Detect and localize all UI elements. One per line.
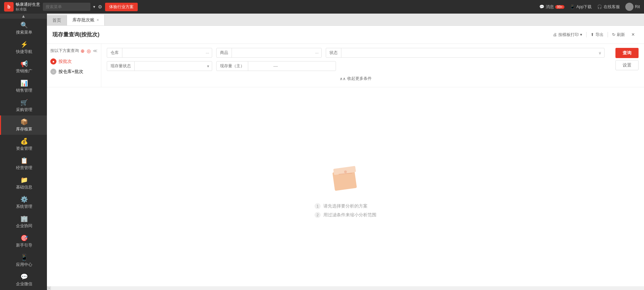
filter-row-2: 现存量状态 ▾ 现存量（主） —: [107, 61, 605, 71]
topbar-actions: 💬 消息 99+ 📱 App下载 🎧 在线客服 Rit: [539, 3, 640, 11]
stock-amount-from[interactable]: [248, 62, 272, 70]
sidebar-item-inventory[interactable]: 📦 库存核算: [0, 115, 47, 135]
scheme-icon-batch: ●: [50, 58, 56, 65]
quick-nav-icon: ⚡: [20, 41, 28, 48]
header-actions: 🖨 按模板打印 ▾ ⬆ 导出 ↻ 刷新: [553, 32, 625, 38]
sidebar-item-marketing[interactable]: 📢 营销推广: [0, 57, 47, 77]
sidebar-item-search[interactable]: 🔍 搜索菜单: [0, 19, 47, 38]
sidebar-label-operations: 经营管理: [16, 165, 32, 171]
empty-svg: [325, 156, 366, 196]
filter-area: 按以下方案查询 ⊕ ◎ ≪ ● 按批次 ○: [47, 44, 644, 87]
hint-item-2: 2 用过滤条件来缩小分析范围: [315, 212, 376, 218]
search-dropdown-icon[interactable]: ▾: [93, 4, 95, 9]
refresh-button[interactable]: ↻ 刷新: [612, 32, 625, 38]
sidebar-label-enterprise: 企业协同: [16, 223, 32, 229]
tab-close-icon[interactable]: ×: [97, 18, 99, 22]
sidebar-item-purchase[interactable]: 🛒 采购管理: [0, 96, 47, 115]
goods-more-icon[interactable]: ···: [312, 51, 321, 55]
message-button[interactable]: 💬 消息 99+: [539, 4, 564, 10]
right-panel-toggle[interactable]: ›: [47, 286, 51, 290]
online-service-button[interactable]: 🎧 在线客服: [597, 4, 620, 10]
avatar: [625, 3, 633, 11]
sidebar-item-operations[interactable]: 📋 经营管理: [0, 154, 47, 174]
scheme-item-by-batch[interactable]: ● 按批次: [47, 56, 101, 67]
stock-status-field[interactable]: 现存量状态 ▾: [107, 61, 212, 71]
export-icon: ⬆: [591, 32, 594, 37]
print-icon: 🖨: [553, 32, 557, 37]
operations-icon: 📋: [20, 158, 28, 164]
sidebar-item-system[interactable]: ⚙️ 系统管理: [0, 193, 47, 212]
filter-conditions: 仓库 ··· 商品 ··· 状态: [101, 44, 610, 87]
tab-batch-stock[interactable]: 库存批次账 ×: [67, 15, 105, 25]
stock-amount-field[interactable]: 现存量（主） —: [216, 61, 336, 71]
dash-icon: —: [272, 64, 279, 69]
hint-item-1: 1 请先选择要分析的方案: [315, 203, 376, 209]
scheme-label-by-batch: 按批次: [58, 58, 72, 65]
wechat-icon: 💬: [20, 274, 28, 280]
sidebar-scroll-up[interactable]: ▲: [0, 14, 47, 19]
warehouse-label: 仓库: [107, 48, 122, 57]
export-button[interactable]: ⬆ 导出: [591, 32, 604, 38]
scheme-panel: 按以下方案查询 ⊕ ◎ ≪ ● 按批次 ○: [47, 44, 101, 87]
refresh-icon: ↻: [612, 32, 615, 37]
sidebar-label-wechat: 企业微信: [16, 281, 32, 287]
topbar: b 畅康通好生意 标准版 ▾ ⚙ 体验行业方案 💬 消息 99+ 📱 App下载…: [0, 0, 644, 14]
goods-input[interactable]: [232, 49, 312, 57]
sidebar-item-quick-nav[interactable]: ⚡ 快捷导航: [0, 38, 47, 57]
hint-text-1: 请先选择要分析的方案: [323, 203, 368, 209]
app-download-icon: 📱: [570, 4, 575, 9]
chevron-right-icon: ›: [49, 286, 50, 290]
page-close-button[interactable]: ×: [628, 29, 639, 40]
status-field[interactable]: 状态 ∨: [326, 48, 605, 58]
search-icon: 🔍: [20, 22, 28, 28]
sidebar-item-finance[interactable]: 💰 资金管理: [0, 135, 47, 154]
logo-area: b 畅康通好生意 标准版: [4, 2, 40, 12]
stock-amount-to[interactable]: [279, 62, 336, 70]
sidebar-item-wechat[interactable]: 💬 企业微信: [0, 270, 47, 290]
filter-row-1: 仓库 ··· 商品 ··· 状态: [107, 48, 605, 58]
goods-field[interactable]: 商品 ···: [216, 48, 322, 58]
sidebar-item-basic[interactable]: 📁 基础信息: [0, 174, 47, 193]
tab-bar: 首页 库存批次账 ×: [47, 14, 644, 26]
scheme-header: 按以下方案查询 ⊕ ◎ ≪: [47, 47, 101, 56]
setting-button[interactable]: 设置: [615, 60, 639, 70]
tab-home[interactable]: 首页: [47, 15, 67, 25]
warehouse-more-icon[interactable]: ···: [203, 51, 212, 55]
inventory-icon: 📦: [20, 119, 28, 125]
app-center-icon: 📱: [20, 254, 28, 260]
experience-button[interactable]: 体验行业方案: [105, 3, 138, 11]
empty-illustration: [325, 156, 366, 196]
print-button[interactable]: 🖨 按模板打印 ▾: [553, 32, 582, 38]
sidebar-item-app-center[interactable]: 📱 应用中心: [0, 251, 47, 270]
app-name: 畅康通好生意: [16, 2, 40, 7]
sidebar-label-purchase: 采购管理: [16, 107, 32, 113]
scheme-item-by-warehouse-batch[interactable]: ○ 按仓库+批次: [47, 67, 101, 77]
logo-icon: b: [4, 2, 14, 12]
page-content: 现存量查询(按批次) 🖨 按模板打印 ▾ ⬆ 导出: [47, 26, 644, 286]
app-download-label: App下载: [576, 4, 592, 10]
sidebar-item-new-guide[interactable]: 🎯 新手引导: [0, 232, 47, 251]
sidebar-item-sales[interactable]: 📊 销售管理: [0, 77, 47, 96]
query-button[interactable]: 查询: [615, 48, 639, 58]
empty-state: 1 请先选择要分析的方案 2 用过滤条件来缩小分析范围: [47, 87, 644, 286]
sidebar-label-inventory: 库存核算: [16, 126, 32, 132]
purchase-icon: 🛒: [20, 99, 28, 106]
settings-icon[interactable]: ⚙: [98, 4, 102, 10]
sidebar-item-enterprise[interactable]: 🏢 企业协同: [0, 212, 47, 232]
user-area[interactable]: Rit: [625, 3, 640, 11]
headset-icon: 🎧: [597, 4, 602, 9]
print-dropdown-icon[interactable]: ▾: [580, 32, 582, 37]
collapse-scheme-icon[interactable]: ≪: [93, 48, 98, 53]
sidebar-label-marketing: 营销推广: [16, 68, 32, 74]
collapse-button[interactable]: ∧∧ 收起更多条件: [337, 74, 374, 83]
config-scheme-icon[interactable]: ◎: [87, 48, 91, 54]
add-scheme-icon[interactable]: ⊕: [81, 48, 85, 54]
sidebar-label-basic: 基础信息: [16, 184, 32, 190]
collapse-up-icon: ∧∧: [340, 76, 346, 81]
divider-1: [586, 32, 587, 37]
search-input[interactable]: [43, 3, 90, 11]
hint-num-1: 1: [315, 203, 321, 209]
warehouse-input[interactable]: [122, 49, 203, 57]
app-download-button[interactable]: 📱 App下载: [570, 4, 592, 10]
warehouse-field[interactable]: 仓库 ···: [107, 48, 212, 58]
